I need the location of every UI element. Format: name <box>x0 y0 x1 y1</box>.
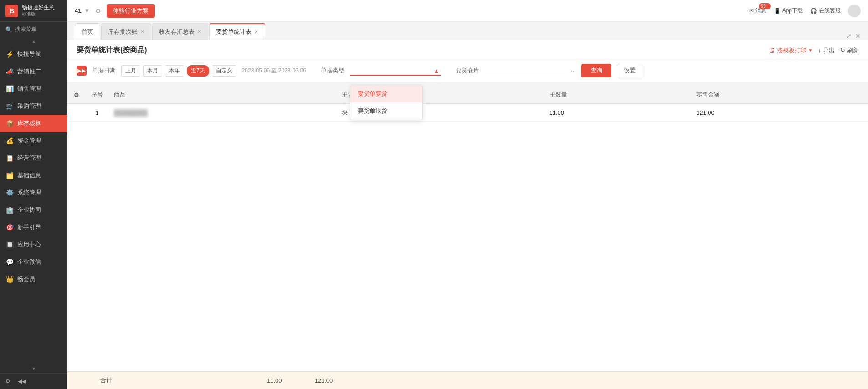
date-btn-custom[interactable]: 自定义 <box>212 65 236 77</box>
tab-home[interactable]: 首页 <box>75 23 100 40</box>
topbar-left: 41 ▼ ⚙ 体验行业方案 <box>75 4 155 18</box>
cell-goods: ████████ <box>108 104 336 122</box>
sidebar-search[interactable]: 🔍 搜索菜单 <box>0 22 67 37</box>
inventory-icon: 📦 <box>5 119 14 128</box>
date-btn-7days[interactable]: 近7天 <box>187 65 209 77</box>
sidebar-item-app-center[interactable]: 🔲 应用中心 <box>0 236 67 253</box>
cell-settings <box>67 104 86 122</box>
dropdown-item-order-goods[interactable]: 要货单要货 <box>350 85 422 102</box>
sidebar-item-wechat[interactable]: 💬 企业微信 <box>0 253 67 271</box>
date-btn-last-month[interactable]: 上月 <box>121 65 140 77</box>
refresh-btn[interactable]: ↻ 刷新 <box>840 46 859 55</box>
tab-summary-label: 收发存汇总表 <box>159 28 195 36</box>
sales-icon: 📊 <box>5 85 14 93</box>
date-btn-this-month[interactable]: 本月 <box>143 65 162 77</box>
app-logo-icon: B <box>5 5 18 17</box>
sidebar-item-quick-nav[interactable]: ⚡ 快捷导航 <box>0 46 67 63</box>
sidebar-item-label: 资金管理 <box>17 137 41 145</box>
tabs-close-all-btn[interactable]: ✕ <box>855 32 861 40</box>
tab-batch-close[interactable]: ✕ <box>140 29 144 35</box>
store-selector[interactable]: 41 ▼ <box>75 7 90 14</box>
sidebar-item-label: 新手引导 <box>17 223 41 231</box>
sidebar-item-operation[interactable]: 📋 经营管理 <box>0 149 67 167</box>
app-download-btn[interactable]: 📱 App下载 <box>774 7 803 15</box>
sidebar-item-label: 基础信息 <box>17 171 41 179</box>
sidebar-item-system[interactable]: ⚙️ 系统管理 <box>0 184 67 201</box>
message-btn[interactable]: ✉ 消息 99+ <box>749 7 766 15</box>
customer-service-btn[interactable]: 🎧 在线客服 <box>810 7 841 15</box>
page-header-actions: 🖨 按模板打印 ▼ ↓ 导出 ↻ 刷新 <box>769 46 859 55</box>
sidebar-item-label: 企业协同 <box>17 206 41 214</box>
operation-icon: 📋 <box>5 154 14 162</box>
print-arrow-icon: ▼ <box>808 48 813 53</box>
tab-batch-label: 库存批次账 <box>108 28 138 36</box>
sidebar-nav: ⚡ 快捷导航 📣 营销推广 📊 销售管理 🛒 采购管理 📦 库存核算 💰 资金管… <box>0 46 67 364</box>
print-btn[interactable]: 🖨 按模板打印 ▼ <box>769 46 813 55</box>
sidebar-item-enterprise[interactable]: 🏢 企业协同 <box>0 201 67 219</box>
service-label: 在线客服 <box>819 7 841 15</box>
sidebar-item-finance[interactable]: 💰 资金管理 <box>0 132 67 149</box>
sidebar: B 畅捷通好生意 标准版 🔍 搜索菜单 ▲ ⚡ 快捷导航 📣 营销推广 📊 销售… <box>0 0 67 389</box>
sidebar-item-label: 库存核算 <box>17 119 41 128</box>
data-table: ⚙ 序号 商品 主计量单位 主数量 零售金额 1 ████████ <box>67 86 868 122</box>
warehouse-input[interactable] <box>485 66 565 75</box>
tab-order-stat-close[interactable]: ✕ <box>254 29 258 35</box>
type-select[interactable] <box>350 66 441 76</box>
sidebar-scroll-down[interactable]: ▼ <box>0 364 67 373</box>
tab-summary[interactable]: 收发存汇总表 ✕ <box>152 23 208 40</box>
export-btn[interactable]: ↓ 导出 <box>818 46 835 55</box>
col-settings-icon: ⚙ <box>74 92 79 98</box>
topbar-right: ✉ 消息 99+ 📱 App下载 🎧 在线客服 <box>749 5 861 17</box>
sidebar-scroll-up[interactable]: ▲ <box>0 37 67 46</box>
wechat-icon: 💬 <box>5 258 14 266</box>
date-label: 单据日期 <box>92 67 116 75</box>
table-wrapper: ⚙ 序号 商品 主计量单位 主数量 零售金额 1 ████████ <box>67 86 868 371</box>
refresh-icon: ↻ <box>840 47 845 54</box>
tab-summary-close[interactable]: ✕ <box>197 29 201 35</box>
sidebar-item-label: 经营管理 <box>17 154 41 162</box>
query-btn[interactable]: 查询 <box>581 64 611 77</box>
cell-num: 1 <box>86 104 108 122</box>
basic-icon: 🗂️ <box>5 171 14 179</box>
date-btn-this-year[interactable]: 本年 <box>165 65 184 77</box>
sidebar-item-inventory[interactable]: 📦 库存核算 <box>0 115 67 132</box>
tabs-maximize-btn[interactable]: ⤢ <box>846 32 852 40</box>
col-header-settings[interactable]: ⚙ <box>67 86 86 104</box>
trial-btn[interactable]: 体验行业方案 <box>107 4 155 18</box>
sidebar-settings-icon[interactable]: ⚙ <box>5 378 10 384</box>
type-select-wrapper: ▲ <box>350 66 441 76</box>
sidebar-collapse-btn[interactable]: ◀◀ <box>18 378 26 384</box>
tab-home-label: 首页 <box>82 28 93 36</box>
table-row: 1 ████████ 块 11.00 121.00 <box>67 104 868 122</box>
sidebar-item-guide[interactable]: 🎯 新手引导 <box>0 219 67 236</box>
filter-expand-btn[interactable]: ▶▶ <box>77 66 87 76</box>
message-badge: 99+ <box>759 3 771 9</box>
dropdown-item-order-return[interactable]: 要货单退货 <box>350 102 422 120</box>
sidebar-item-sales[interactable]: 📊 销售管理 <box>0 80 67 97</box>
tab-order-stat[interactable]: 要货单统计表 ✕ <box>209 23 265 40</box>
topbar-gear-icon[interactable]: ⚙ <box>95 7 101 15</box>
store-dropdown-icon: ▼ <box>84 7 90 14</box>
table-header-row: ⚙ 序号 商品 主计量单位 主数量 零售金额 <box>67 86 868 104</box>
quick-nav-icon: ⚡ <box>5 50 14 58</box>
filter-more-btn[interactable]: ··· <box>570 67 576 74</box>
settings-btn[interactable]: 设置 <box>617 64 642 77</box>
sidebar-item-basic[interactable]: 🗂️ 基础信息 <box>0 167 67 184</box>
sidebar-item-vip[interactable]: 👑 畅会员 <box>0 271 67 288</box>
date-buttons: 上月 本月 本年 近7天 自定义 <box>121 65 236 77</box>
col-header-goods: 商品 <box>108 86 336 104</box>
sidebar-item-label: 畅会员 <box>17 275 35 283</box>
sidebar-item-purchase[interactable]: 🛒 采购管理 <box>0 97 67 115</box>
tab-batch[interactable]: 库存批次账 ✕ <box>101 23 151 40</box>
message-icon: ✉ <box>749 8 754 14</box>
guide-icon: 🎯 <box>5 223 14 231</box>
type-dropdown: 要货单要货 要货单退货 <box>350 85 423 120</box>
sidebar-item-label: 营销推广 <box>17 67 41 76</box>
app-center-icon: 🔲 <box>5 241 14 249</box>
user-avatar[interactable] <box>848 5 861 17</box>
type-select-arrow[interactable]: ▲ <box>433 67 439 74</box>
main-area: 41 ▼ ⚙ 体验行业方案 ✉ 消息 99+ 📱 App下载 🎧 在线客服 <box>67 0 868 389</box>
export-icon: ↓ <box>818 47 822 54</box>
cell-amount: 121.00 <box>691 104 868 122</box>
sidebar-item-marketing[interactable]: 📣 营销推广 <box>0 63 67 80</box>
